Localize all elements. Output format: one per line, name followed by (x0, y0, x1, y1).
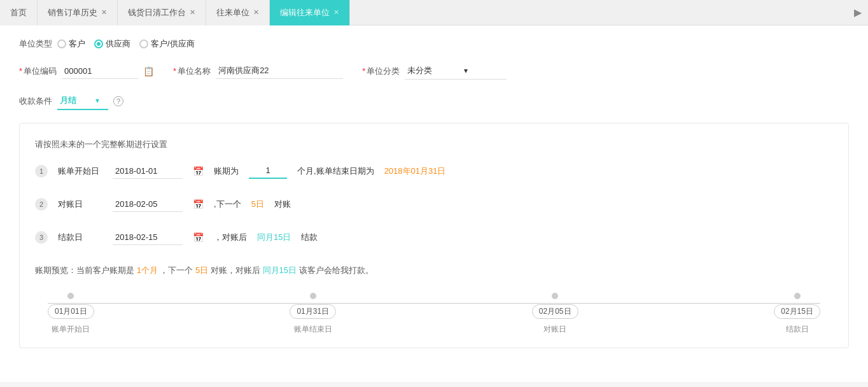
payment-date-calendar-icon[interactable]: 📅 (193, 232, 204, 243)
period-suffix: 个月,账单结束日期为 (297, 165, 374, 177)
row-label-3: 结款日 (58, 232, 102, 243)
close-icon[interactable]: ✕ (333, 8, 339, 17)
radio-customer-label: 客户 (69, 38, 85, 50)
preview-settle: 同月15日 (263, 265, 297, 275)
preview-label: 账期预览：当前客户账期是 (35, 265, 134, 275)
radio-customer[interactable]: 客户 (57, 38, 85, 50)
payment-suffix2: 结款 (301, 232, 318, 243)
unit-code-input[interactable] (62, 64, 138, 79)
unit-info-row: *单位编码 📋 *单位名称 *单位分类 未分类 ▾ (19, 62, 849, 80)
radio-group-unit-type: 客户 供应商 客户/供应商 (57, 38, 195, 50)
recon-date-calendar-icon[interactable]: 📅 (193, 199, 204, 209)
radio-supplier[interactable]: 供应商 (94, 38, 130, 50)
unit-type-field: 单位类型 客户 供应商 客户/供应商 (19, 38, 195, 50)
setting-row-1: 1 账单开始日 📅 账期为 个月,账单结束日期为 2018年01月31日 (35, 163, 833, 179)
timeline-label-2: 对账日 (543, 324, 566, 335)
payment-label: 收款条件 (19, 95, 52, 107)
payment-row: 收款条件 月结 ▾ ? (19, 92, 849, 110)
timeline-point-1: 01月31日 账单结束日 (290, 293, 336, 335)
timeline-dot-3 (794, 293, 801, 299)
radio-cs-circle (139, 39, 148, 48)
radio-supplier-label: 供应商 (106, 38, 130, 50)
unit-category-field: *单位分类 未分类 ▾ (362, 62, 507, 80)
unit-name-field: *单位名称 (173, 64, 343, 79)
preview-period: 1个月 (137, 265, 158, 275)
required-star: * (19, 66, 22, 76)
timeline-badge-0: 01月01日 (48, 304, 94, 319)
tab-cash-work[interactable]: 钱货日清工作台 ✕ (118, 0, 206, 25)
close-icon[interactable]: ✕ (101, 8, 107, 17)
tab-expand-button[interactable]: ▶ (848, 6, 868, 18)
close-icon[interactable]: ✕ (253, 8, 259, 17)
unit-name-label: *单位名称 (173, 66, 211, 77)
tab-edit-partner[interactable]: 编辑往来单位 ✕ (270, 0, 350, 25)
setting-row-2: 2 对账日 📅 ,下一个 5日 对账 (35, 197, 833, 212)
period-input[interactable] (249, 163, 287, 179)
timeline-dot-1 (310, 293, 316, 299)
unit-category-label: *单位分类 (362, 66, 400, 77)
setting-row-3: 3 结款日 📅 ，对账后 同月15日 结款 (35, 230, 833, 245)
row-number-3: 3 (35, 231, 48, 244)
row-label-1: 账单开始日 (58, 165, 102, 177)
required-star-name: * (173, 66, 176, 76)
payment-field: 收款条件 月结 ▾ ? (19, 92, 123, 110)
timeline-point-0: 01月01日 账单开始日 (48, 293, 94, 335)
tab-sales-history-label: 销售订单历史 (48, 7, 97, 18)
tab-sales-history[interactable]: 销售订单历史 ✕ (38, 0, 118, 25)
unit-type-label: 单位类型 (19, 38, 52, 50)
unit-code-calendar-icon[interactable]: 📋 (143, 66, 154, 76)
period-label: 账期为 (214, 165, 239, 177)
tab-cash-work-label: 钱货日清工作台 (128, 7, 186, 18)
preview-day: 5日 (195, 265, 208, 275)
card-title: 请按照未来的一个完整帐期进行设置 (35, 139, 833, 150)
payment-dropdown-icon: ▾ (95, 96, 99, 105)
timeline-point-2: 02月05日 对账日 (532, 293, 578, 335)
timeline-points: 01月01日 账单开始日 01月31日 账单结束日 02月05日 对账日 02月… (48, 293, 820, 335)
row-label-2: 对账日 (58, 199, 102, 210)
tabs-bar: 首页 销售订单历史 ✕ 钱货日清工作台 ✕ 往来单位 ✕ 编辑往来单位 ✕ ▶ (0, 0, 868, 25)
timeline-badge-1: 01月31日 (290, 304, 336, 319)
start-date-calendar-icon[interactable]: 📅 (193, 166, 204, 176)
required-star-cat: * (362, 66, 365, 76)
preview-end: 该客户会给我打款。 (299, 265, 374, 275)
preview-after: 对账，对账后 (211, 265, 260, 275)
close-icon[interactable]: ✕ (190, 8, 195, 17)
payment-suffix: ，对账后 (214, 232, 247, 243)
radio-customer-circle (57, 39, 66, 48)
timeline-label-0: 账单开始日 (52, 324, 90, 335)
tab-edit-partner-label: 编辑往来单位 (280, 7, 330, 18)
tab-home[interactable]: 首页 (0, 0, 38, 25)
settings-card: 请按照未来的一个完整帐期进行设置 1 账单开始日 📅 账期为 个月,账单结束日期… (19, 123, 849, 348)
unit-name-input[interactable] (216, 64, 343, 79)
unit-code-label: *单位编码 (19, 66, 57, 77)
radio-supplier-circle (94, 39, 103, 48)
unit-type-row: 单位类型 客户 供应商 客户/供应商 (19, 38, 849, 50)
timeline-badge-3: 02月15日 (774, 304, 820, 319)
content-area: 单位类型 客户 供应商 客户/供应商 *单位编码 (0, 25, 868, 382)
tab-home-label: 首页 (10, 7, 27, 18)
radio-cs-label: 客户/供应商 (151, 38, 195, 50)
help-icon[interactable]: ? (113, 96, 123, 106)
recon-suffix: ,下一个 (214, 199, 241, 210)
unit-category-select[interactable]: 未分类 ▾ (405, 62, 507, 80)
tab-partner-units[interactable]: 往来单位 ✕ (206, 0, 270, 25)
timeline-label-3: 结款日 (786, 324, 809, 335)
tab-partner-units-label: 往来单位 (216, 7, 249, 18)
payment-value: 月结 (60, 95, 76, 106)
unit-category-value: 未分类 (407, 65, 432, 76)
payment-select[interactable]: 月结 ▾ (57, 92, 108, 110)
start-date-input[interactable] (113, 164, 183, 179)
recon-date-input[interactable] (113, 197, 183, 212)
dropdown-arrow-icon: ▾ (464, 66, 468, 75)
preview-section: 账期预览：当前客户账期是 1个月 ，下一个 5日 对账，对账后 同月15日 该客… (35, 263, 833, 278)
timeline-badge-2: 02月05日 (532, 304, 578, 319)
timeline-label-1: 账单结束日 (294, 324, 332, 335)
payment-date-input[interactable] (113, 230, 183, 245)
recon-highlight: 5日 (251, 199, 264, 210)
recon-suffix2: 对账 (274, 199, 291, 210)
preview-middle: ，下一个 (160, 265, 193, 275)
payment-highlight: 同月15日 (257, 232, 291, 243)
unit-code-field: *单位编码 📋 (19, 64, 154, 79)
row-number-1: 1 (35, 165, 48, 178)
radio-customer-supplier[interactable]: 客户/供应商 (139, 38, 195, 50)
